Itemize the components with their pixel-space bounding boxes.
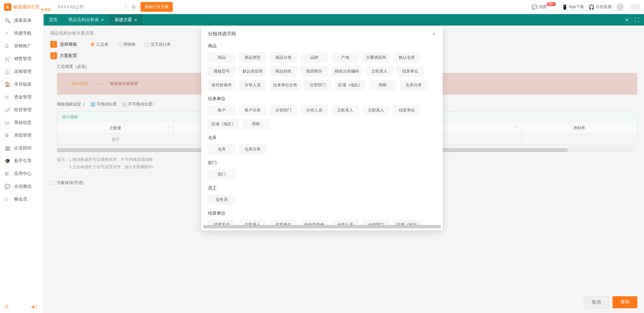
modal-overlay[interactable] [0,0,644,14]
